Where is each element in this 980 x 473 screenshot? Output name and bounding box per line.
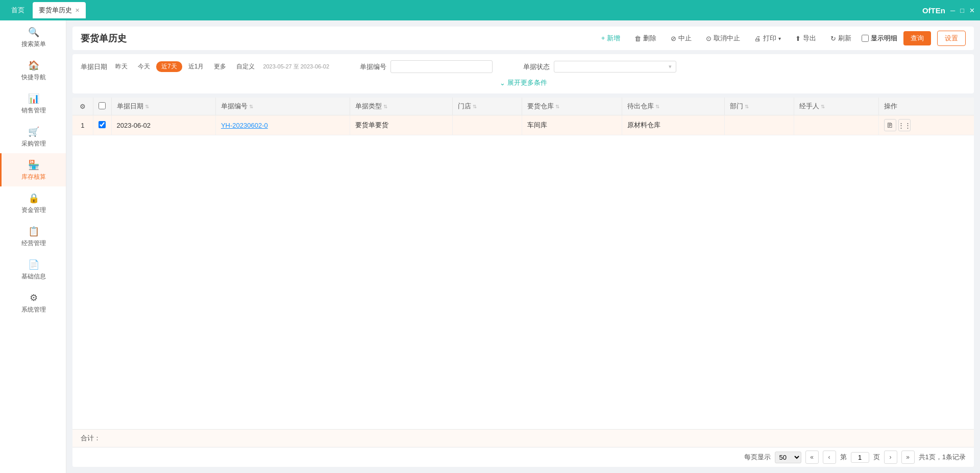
operations-icon: 📋 xyxy=(28,226,39,237)
display-detail-checkbox[interactable]: 显示明细 xyxy=(862,34,897,43)
sort-req-warehouse-icon: ⇅ xyxy=(555,104,559,109)
sidebar-item-label-finance: 资金管理 xyxy=(21,206,46,215)
sort-doc-type-icon: ⇅ xyxy=(383,104,387,109)
system-icon: ⚙ xyxy=(30,292,38,303)
th-pending-warehouse[interactable]: 待出仓库 ⇅ xyxy=(622,98,725,115)
window-close-icon[interactable]: ✕ xyxy=(969,7,975,14)
status-filter-group: 单据状态 ▾ xyxy=(523,61,676,73)
print-button[interactable]: 🖨 打印 ▾ xyxy=(750,32,785,45)
main-layout: 🔍 搜索菜单 🏠 快捷导航 📊 销售管理 🛒 采购管理 🏪 库存核算 🔒 资金管… xyxy=(0,20,980,473)
table-row[interactable]: 1 2023-06-02 YH-20230602-0 要货单要货 车间库 xyxy=(72,115,974,135)
sidebar-item-basic-info[interactable]: 📄 基础信息 xyxy=(0,253,66,286)
tab-home[interactable]: 首页 xyxy=(5,2,31,18)
th-doc-no[interactable]: 单据编号 ⇅ xyxy=(215,98,350,115)
filter-row-1: 单据日期 昨天 今天 近7天 近1月 更多 自定义 2023-05-27 至 2… xyxy=(81,60,966,73)
date-filter-group: 单据日期 昨天 今天 近7天 近1月 更多 自定义 2023-05-27 至 2… xyxy=(81,61,329,72)
export-button[interactable]: ⬆ 导出 xyxy=(791,32,820,45)
op-more-btn[interactable]: ⋮⋮ xyxy=(898,119,911,131)
sidebar-item-search-menu[interactable]: 🔍 搜索菜单 xyxy=(0,20,66,54)
th-doc-type[interactable]: 单据类型 ⇅ xyxy=(350,98,453,115)
settings-button[interactable]: 设置 xyxy=(937,31,966,46)
select-all-checkbox[interactable] xyxy=(99,102,106,109)
sidebar-item-label-sales: 销售管理 xyxy=(21,106,46,115)
td-doc-no[interactable]: YH-20230602-0 xyxy=(215,115,350,135)
td-index: 1 xyxy=(72,115,93,135)
td-doc-type: 要货单要货 xyxy=(350,115,453,135)
minimize-icon[interactable]: ─ xyxy=(950,7,955,14)
refresh-button[interactable]: ↻ 刷新 xyxy=(826,32,855,45)
page-next-btn[interactable]: › xyxy=(884,451,897,464)
th-store[interactable]: 门店 ⇅ xyxy=(453,98,522,115)
doc-no-input[interactable] xyxy=(390,60,493,73)
export-icon: ⬆ xyxy=(795,35,801,42)
expand-chevron-icon: ⌄ xyxy=(500,79,505,87)
page-size-label: 每页显示 xyxy=(744,453,771,462)
query-button[interactable]: 查询 xyxy=(903,31,931,45)
tab-requisition-history[interactable]: 要货单历史 ✕ xyxy=(33,2,86,18)
maximize-icon[interactable]: □ xyxy=(960,7,964,14)
sidebar-item-finance[interactable]: 🔒 资金管理 xyxy=(0,186,66,220)
sidebar-item-label-quick-nav: 快捷导航 xyxy=(21,73,46,82)
date-btn-yesterday[interactable]: 昨天 xyxy=(111,61,132,72)
td-department xyxy=(725,115,794,135)
row-checkbox[interactable] xyxy=(99,121,106,128)
close-tab-icon[interactable]: ✕ xyxy=(75,7,80,14)
page-input[interactable] xyxy=(851,452,869,463)
requisition-table: ⚙ 单据日期 ⇅ xyxy=(72,98,974,135)
sidebar-item-label-operations: 经营管理 xyxy=(21,239,46,248)
th-checkbox xyxy=(93,98,111,115)
finance-icon: 🔒 xyxy=(28,193,39,204)
filter-bar: 单据日期 昨天 今天 近7天 近1月 更多 自定义 2023-05-27 至 2… xyxy=(72,54,974,93)
sort-store-icon: ⇅ xyxy=(473,104,477,109)
th-req-warehouse[interactable]: 要货仓库 ⇅ xyxy=(522,98,622,115)
tab-requisition-history-label: 要货单历史 xyxy=(39,6,72,15)
td-pending-warehouse: 原材料仓库 xyxy=(622,115,725,135)
sidebar-item-purchase[interactable]: 🛒 采购管理 xyxy=(0,120,66,153)
page-size-select[interactable]: 50 20 100 xyxy=(775,452,801,463)
quick-nav-icon: 🏠 xyxy=(28,60,39,71)
th-handler[interactable]: 经手人 ⇅ xyxy=(794,98,878,115)
sidebar-item-label-system: 系统管理 xyxy=(21,305,46,314)
page-first-btn[interactable]: « xyxy=(805,451,819,464)
doc-no-link[interactable]: YH-20230602-0 xyxy=(221,122,268,129)
page-prev-btn[interactable]: ‹ xyxy=(823,451,836,464)
print-chevron-icon: ▾ xyxy=(778,36,781,41)
th-doc-date[interactable]: 单据日期 ⇅ xyxy=(111,98,215,115)
new-button[interactable]: + 新增 xyxy=(597,32,624,45)
goto-suffix: 页 xyxy=(873,453,880,462)
doc-no-label: 单据编号 xyxy=(360,62,386,72)
th-settings[interactable]: ⚙ xyxy=(72,98,93,115)
date-btn-1month[interactable]: 近1月 xyxy=(184,61,208,72)
print-icon: 🖨 xyxy=(754,35,761,42)
sidebar-item-operations[interactable]: 📋 经营管理 xyxy=(0,220,66,253)
sales-icon: 📊 xyxy=(28,93,39,104)
date-btn-today[interactable]: 今天 xyxy=(134,61,154,72)
status-select[interactable]: ▾ xyxy=(554,61,676,73)
td-handler xyxy=(794,115,878,135)
td-checkbox xyxy=(93,115,111,135)
expand-more-btn[interactable]: ⌄ 展开更多条件 xyxy=(500,78,547,87)
date-btn-custom[interactable]: 自定义 xyxy=(232,61,259,72)
sidebar-item-label-purchase: 采购管理 xyxy=(21,139,46,148)
table-wrap: ⚙ 单据日期 ⇅ xyxy=(72,98,974,429)
top-bar-right: OfTEn ─ □ ✕ xyxy=(922,6,975,15)
content-area: 要货单历史 + 新增 🗑 删除 ⊘ 中止 ⊙ 取消中止 🖨 打印 xyxy=(66,20,980,473)
sidebar-item-quick-nav[interactable]: 🏠 快捷导航 xyxy=(0,54,66,87)
sidebar-item-inventory[interactable]: 🏪 库存核算 xyxy=(0,153,66,186)
stop-icon: ⊘ xyxy=(671,35,676,42)
op-view-btn[interactable]: 🖹 xyxy=(884,119,896,131)
display-detail-input[interactable] xyxy=(862,35,869,42)
sidebar-item-sales[interactable]: 📊 销售管理 xyxy=(0,87,66,120)
cancel-stop-button[interactable]: ⊙ 取消中止 xyxy=(702,32,744,45)
delete-button[interactable]: 🗑 删除 xyxy=(630,32,660,45)
tab-home-label: 首页 xyxy=(11,6,24,15)
th-department[interactable]: 部门 ⇅ xyxy=(725,98,794,115)
filter-row-2: ⌄ 展开更多条件 xyxy=(81,78,966,87)
date-btn-7days[interactable]: 近7天 xyxy=(156,61,182,72)
date-btn-more[interactable]: 更多 xyxy=(210,61,230,72)
sidebar-item-system[interactable]: ⚙ 系统管理 xyxy=(0,286,66,319)
sort-pending-warehouse-icon: ⇅ xyxy=(655,104,659,109)
page-last-btn[interactable]: » xyxy=(901,451,915,464)
stop-button[interactable]: ⊘ 中止 xyxy=(667,32,696,45)
sort-doc-no-icon: ⇅ xyxy=(249,104,253,109)
